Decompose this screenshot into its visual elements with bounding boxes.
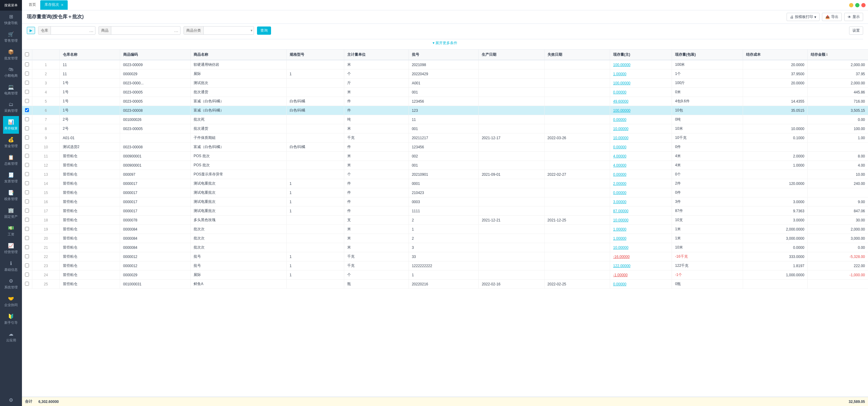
row-stock-qty[interactable]: 100.00000: [610, 78, 672, 88]
goods-dots-icon[interactable]: ...: [172, 28, 180, 33]
sidebar-item-batch-mgmt[interactable]: 📦批发管理: [3, 46, 19, 64]
row-stock-qty[interactable]: 1.00000: [610, 69, 672, 78]
row-checkbox[interactable]: [25, 136, 29, 139]
query-button[interactable]: 查询: [257, 27, 271, 35]
row-checkbox[interactable]: [25, 163, 29, 167]
sidebar-item-new-guide[interactable]: 🔰新手引导: [3, 310, 19, 328]
row-checkbox[interactable]: [25, 190, 29, 194]
row-checkbox[interactable]: [25, 218, 29, 222]
row-checkbox-cell[interactable]: [22, 78, 32, 88]
row-stock-qty[interactable]: 1.00000: [610, 234, 672, 243]
row-stock-qty[interactable]: 10.00000: [610, 243, 672, 252]
export-button[interactable]: 📤 导出: [822, 13, 842, 21]
row-checkbox-cell[interactable]: [22, 216, 32, 225]
row-checkbox[interactable]: [25, 245, 29, 249]
row-checkbox[interactable]: [25, 227, 29, 231]
sidebar-item-ops-mgmt[interactable]: 📈经营管理: [3, 240, 19, 257]
warehouse-dots-icon[interactable]: ...: [88, 28, 95, 33]
sidebar-item-purchase-mgmt[interactable]: 🗂采购管理: [3, 99, 19, 116]
maximize-button[interactable]: [855, 3, 860, 7]
display-button[interactable]: 👁 显示: [844, 13, 863, 21]
row-checkbox[interactable]: [25, 200, 29, 203]
row-stock-qty[interactable]: 122.00000: [610, 261, 672, 270]
row-checkbox[interactable]: [25, 90, 29, 94]
row-checkbox[interactable]: [25, 99, 29, 103]
row-stock-qty[interactable]: 0.00000: [610, 115, 672, 124]
sidebar-item-asset-mgmt[interactable]: 💰资金管理: [3, 134, 19, 151]
minimize-button[interactable]: [849, 3, 854, 7]
row-checkbox[interactable]: [25, 72, 29, 75]
row-stock-qty[interactable]: 100.00000: [610, 60, 672, 69]
row-checkbox-cell[interactable]: [22, 243, 32, 252]
row-checkbox[interactable]: [25, 254, 29, 258]
row-stock-qty[interactable]: 0.00000: [610, 170, 672, 179]
goods-input[interactable]: [111, 27, 172, 34]
row-stock-qty[interactable]: -1.00000: [610, 270, 672, 280]
row-checkbox[interactable]: [25, 273, 29, 276]
row-checkbox[interactable]: [25, 264, 29, 267]
sidebar-item-mini-ecommerce[interactable]: 🛍小鹅电商: [3, 64, 19, 81]
row-checkbox[interactable]: [25, 172, 29, 176]
row-checkbox-cell[interactable]: [22, 252, 32, 261]
row-stock-qty[interactable]: 10.00000: [610, 124, 672, 133]
row-stock-qty[interactable]: 0.00000: [610, 88, 672, 97]
sidebar-item-cloud-app[interactable]: ☁云应用: [3, 328, 19, 346]
row-checkbox-cell[interactable]: [22, 188, 32, 197]
row-checkbox-cell[interactable]: [22, 60, 32, 69]
row-stock-qty[interactable]: 2.00000: [610, 179, 672, 188]
print-button[interactable]: 🖨 按模板打印 ▾: [786, 13, 819, 21]
sidebar-item-payroll[interactable]: 💵工资: [3, 222, 19, 240]
row-stock-qty[interactable]: 10.00000: [610, 133, 672, 142]
row-checkbox-cell[interactable]: [22, 69, 32, 78]
row-stock-qty[interactable]: 1.00000: [610, 225, 672, 234]
sidebar-item-inventory-audit[interactable]: 📊库存核算: [3, 116, 19, 134]
row-checkbox[interactable]: [25, 81, 29, 85]
row-checkbox-cell[interactable]: [22, 115, 32, 124]
row-checkbox-cell[interactable]: [22, 270, 32, 280]
row-checkbox-cell[interactable]: [22, 142, 32, 152]
row-checkbox[interactable]: [25, 117, 29, 121]
row-checkbox[interactable]: [25, 236, 29, 240]
row-checkbox-cell[interactable]: [22, 97, 32, 106]
row-checkbox-cell[interactable]: [22, 170, 32, 179]
category-input[interactable]: [204, 27, 249, 34]
tab-home[interactable]: 首页: [24, 0, 40, 10]
row-checkbox-cell[interactable]: [22, 133, 32, 142]
row-stock-qty[interactable]: 4.00000: [610, 152, 672, 161]
row-stock-qty[interactable]: 10.00000: [610, 216, 672, 225]
sidebar-item-basic-info[interactable]: ℹ基础信息: [3, 257, 19, 275]
row-checkbox-cell[interactable]: [22, 225, 32, 234]
row-checkbox[interactable]: [25, 209, 29, 212]
sidebar-item-ecommerce-mgmt[interactable]: 💻电商管理: [3, 81, 19, 99]
row-checkbox-cell[interactable]: [22, 88, 32, 97]
sidebar-logo[interactable]: 搜索菜单: [0, 0, 22, 11]
expand-conditions-btn[interactable]: ▾ 展开更多条件: [27, 39, 863, 47]
row-checkbox-cell[interactable]: [22, 234, 32, 243]
row-checkbox-cell[interactable]: [22, 206, 32, 216]
row-stock-qty[interactable]: 0.00000: [610, 188, 672, 197]
category-dropdown-icon[interactable]: ▾: [249, 28, 254, 33]
row-stock-qty[interactable]: -16.00000: [610, 252, 672, 261]
row-stock-qty[interactable]: 100.00000: [610, 106, 672, 115]
sidebar-item-collab[interactable]: 🤝企业协同: [3, 293, 19, 310]
sidebar-settings-icon[interactable]: ⚙: [0, 394, 22, 406]
row-stock-qty[interactable]: 4.00000: [610, 161, 672, 170]
row-checkbox-cell[interactable]: [22, 280, 32, 289]
row-checkbox[interactable]: [25, 126, 29, 130]
row-checkbox[interactable]: [25, 154, 29, 158]
row-checkbox-cell[interactable]: [22, 261, 32, 270]
row-checkbox-cell[interactable]: [22, 161, 32, 170]
sidebar-item-tax-mgmt[interactable]: 📑税务管理: [3, 187, 19, 204]
sidebar-item-fixed-assets[interactable]: 🏢固定资产: [3, 204, 19, 222]
sidebar-item-invoice-mgmt[interactable]: 🧾发票管理: [3, 169, 19, 187]
row-checkbox-cell[interactable]: [22, 124, 32, 133]
close-button[interactable]: [861, 3, 866, 7]
tab-inventory-batch[interactable]: 库存批次 ×: [40, 0, 68, 10]
row-checkbox-cell[interactable]: [22, 179, 32, 188]
row-checkbox[interactable]: [25, 181, 29, 185]
sidebar-item-general-mgmt[interactable]: 📋总账管理: [3, 151, 19, 169]
filter-expand-button[interactable]: ▶: [27, 27, 35, 34]
row-checkbox-cell[interactable]: [22, 152, 32, 161]
row-checkbox-cell[interactable]: [22, 197, 32, 206]
row-stock-qty[interactable]: 0.00000: [610, 142, 672, 152]
